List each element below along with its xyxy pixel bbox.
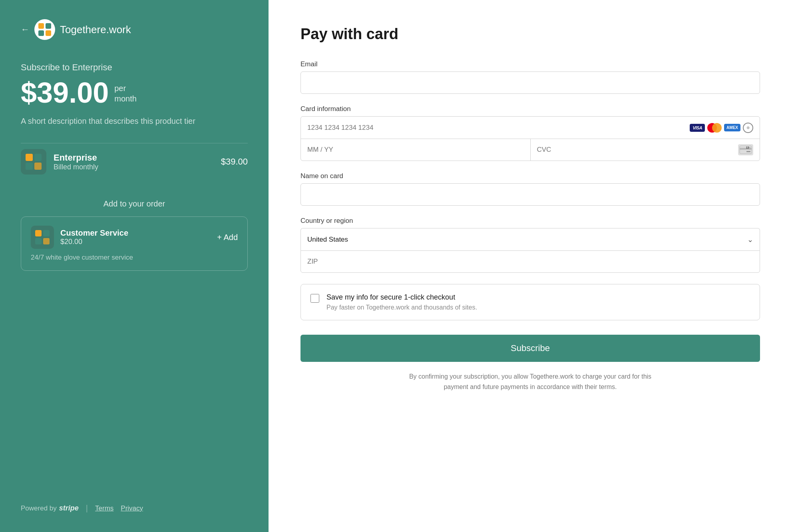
card-cvc-input[interactable]	[537, 146, 735, 154]
addon-name: Customer Service	[60, 228, 128, 238]
save-info-card: Save my info for secure 1-click checkout…	[300, 284, 760, 320]
card-number-input[interactable]	[307, 124, 685, 132]
svg-rect-6	[26, 163, 33, 170]
svg-rect-10	[35, 238, 42, 244]
subscribe-label: Subscribe to Enterprise	[21, 62, 248, 73]
brand-name: Togethere.work	[60, 24, 131, 36]
card-number-row: VISA AMEX ⊕	[301, 117, 760, 139]
addon-icon	[31, 226, 54, 249]
add-order-section: Add to your order Customer Service $	[21, 199, 248, 271]
zip-input-wrapper	[300, 250, 760, 273]
email-input[interactable]	[300, 71, 760, 94]
addon-text: Customer Service $20.00	[60, 228, 128, 246]
product-text: Enterprise Billed monthly	[54, 153, 98, 171]
country-select[interactable]: United States Canada United Kingdom Aust…	[307, 236, 747, 243]
addon-price: $20.00	[60, 238, 128, 246]
addon-card: Customer Service $20.00 + Add 24/7 white…	[21, 216, 248, 271]
product-name: Enterprise	[54, 153, 98, 163]
addon-description: 24/7 white glove customer service	[31, 254, 238, 262]
svg-rect-3	[46, 30, 51, 36]
diners-icon: ⊕	[743, 123, 753, 133]
product-info: Enterprise Billed monthly	[21, 149, 98, 175]
svg-rect-5	[34, 154, 42, 161]
zip-input[interactable]	[307, 258, 753, 266]
svg-rect-2	[38, 30, 44, 36]
addon-add-button[interactable]: + Add	[217, 233, 238, 242]
subscribe-button[interactable]: Subscribe	[300, 335, 760, 362]
back-arrow-icon: ←	[21, 25, 30, 34]
product-price: $39.00	[221, 157, 248, 167]
svg-rect-8	[35, 230, 42, 236]
card-expiry-input[interactable]	[301, 139, 530, 161]
svg-rect-1	[46, 23, 51, 29]
save-info-sub: Pay faster on Togethere.work and thousan…	[326, 304, 750, 311]
left-footer: Powered by stripe | Terms Privacy	[21, 480, 248, 513]
stripe-logo: stripe	[59, 504, 79, 512]
product-description: A short description that describes this …	[21, 115, 248, 127]
svg-rect-7	[34, 163, 42, 170]
save-info-title: Save my info for secure 1-click checkout	[326, 293, 750, 302]
price-amount: $39.00	[21, 78, 109, 107]
cvc-card-icon: 13↑	[738, 144, 753, 155]
card-cvc-wrapper: 13↑	[530, 139, 760, 161]
footer-divider: |	[86, 504, 88, 513]
price-row: $39.00 per month	[21, 78, 248, 107]
addon-top: Customer Service $20.00 + Add	[31, 226, 238, 249]
name-label: Name on card	[300, 172, 760, 180]
country-group: Country or region United States Canada U…	[300, 217, 760, 273]
name-group: Name on card	[300, 172, 760, 206]
card-info-wrapper: VISA AMEX ⊕	[300, 116, 760, 161]
price-period: per month	[114, 83, 137, 104]
powered-by: Powered by stripe	[21, 504, 79, 512]
left-panel: ← Togethere.work Subscribe to Enterprise…	[0, 0, 269, 532]
svg-rect-9	[43, 230, 50, 236]
add-order-title: Add to your order	[21, 199, 248, 208]
svg-rect-14	[746, 151, 750, 152]
chevron-down-icon: ⌄	[747, 235, 753, 244]
svg-rect-0	[38, 23, 44, 29]
card-label: Card information	[300, 105, 760, 113]
name-input[interactable]	[300, 183, 760, 206]
legal-text: By confirming your subscription, you all…	[402, 371, 658, 392]
visa-icon: VISA	[690, 124, 705, 132]
save-info-checkbox[interactable]	[310, 294, 319, 303]
save-info-text: Save my info for secure 1-click checkout…	[326, 293, 750, 311]
page-title: Pay with card	[300, 26, 760, 43]
svg-text:13↑: 13↑	[746, 146, 750, 149]
privacy-link[interactable]: Privacy	[121, 504, 143, 512]
card-expiry-cvc-row: 13↑	[301, 139, 760, 161]
svg-rect-11	[43, 238, 50, 244]
card-icons: VISA AMEX ⊕	[690, 123, 753, 133]
country-select-wrapper: United States Canada United Kingdom Aust…	[300, 228, 760, 250]
email-group: Email	[300, 60, 760, 94]
back-button[interactable]: ← Togethere.work	[21, 19, 248, 40]
product-icon	[21, 149, 46, 175]
brand-logo	[34, 19, 55, 40]
country-label: Country or region	[300, 217, 760, 225]
terms-link[interactable]: Terms	[95, 504, 113, 512]
addon-info: Customer Service $20.00	[31, 226, 128, 249]
mastercard-icon	[707, 123, 722, 133]
amex-icon: AMEX	[724, 124, 740, 131]
svg-rect-4	[26, 154, 33, 161]
right-panel: Pay with card Email Card information VIS…	[269, 0, 792, 532]
powered-by-text: Powered by	[21, 504, 57, 512]
card-group: Card information VISA AMEX ⊕	[300, 105, 760, 161]
product-billing: Billed monthly	[54, 163, 98, 171]
email-label: Email	[300, 60, 760, 68]
product-line-item: Enterprise Billed monthly $39.00	[21, 143, 248, 180]
